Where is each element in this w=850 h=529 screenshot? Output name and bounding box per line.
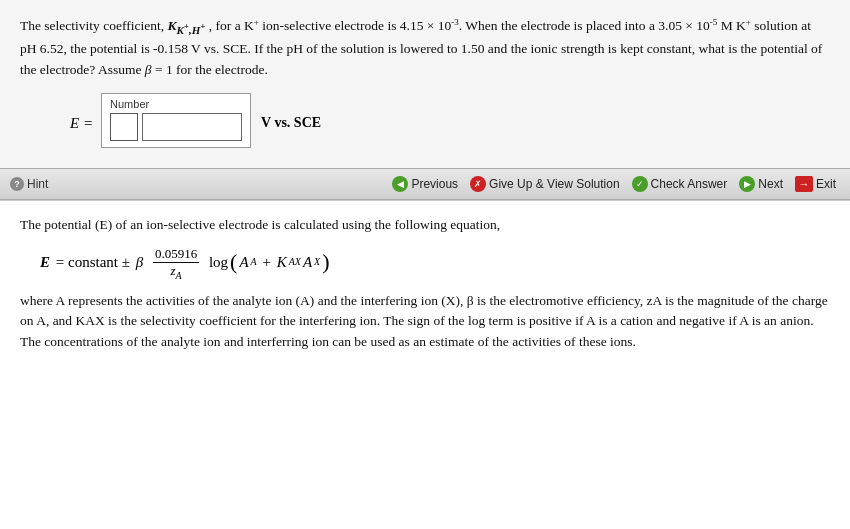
log-text: log [209, 254, 228, 271]
unit-label: V vs. SCE [261, 115, 321, 131]
next-icon: ▶ [739, 176, 755, 192]
answer-input[interactable] [142, 113, 242, 141]
hint-section[interactable]: ? Hint [10, 177, 48, 191]
exit-arrow-icon: → [798, 178, 809, 190]
eq-equals: = constant ± [52, 254, 134, 271]
previous-label: Previous [411, 177, 458, 191]
question-area: The selectivity coefficient, KK+,H+ , fo… [0, 0, 850, 168]
open-paren: ( [230, 251, 237, 273]
hint-text: Hint [27, 177, 48, 191]
question-text: The selectivity coefficient, KK+,H+ , fo… [20, 16, 830, 81]
check-mark-icon: ✓ [636, 179, 644, 189]
equation-line: E = constant ± β 0.05916 zA log ( AA + K… [40, 246, 830, 279]
a-sub-A: A [239, 254, 248, 271]
z-subscript: A [176, 269, 182, 280]
close-paren: ) [322, 251, 329, 273]
input-section: E = Number V vs. SCE [70, 93, 830, 148]
fraction-denominator: zA [168, 263, 183, 279]
check-answer-button[interactable]: ✓ Check Answer [628, 174, 732, 194]
fraction: 0.05916 zA [153, 246, 199, 279]
solution-explanation: where A represents the activities of the… [20, 291, 830, 354]
hint-q-icon: ? [14, 179, 20, 189]
main-container: The selectivity coefficient, KK+,H+ , fo… [0, 0, 850, 529]
beta-symbol: β [136, 254, 143, 271]
exit-label: Exit [816, 177, 836, 191]
e-constant: E [40, 254, 50, 271]
solution-intro: The potential (E) of an ion-selective el… [20, 215, 830, 236]
next-arrow-icon: ▶ [744, 179, 751, 189]
next-label: Next [758, 177, 783, 191]
x-icon: ✗ [474, 179, 482, 189]
give-up-label: Give Up & View Solution [489, 177, 620, 191]
K-AX-symbol: K [277, 254, 287, 271]
checkbox-indicator [110, 113, 138, 141]
toolbar: ? Hint ◀ Previous ✗ Give Up & View Solut… [0, 168, 850, 200]
number-box-wrapper: Number [101, 93, 251, 148]
check-label: Check Answer [651, 177, 728, 191]
exit-icon: → [795, 176, 813, 192]
input-row [110, 113, 242, 141]
number-label: Number [110, 98, 149, 110]
k-subscript: K+,H+ [176, 24, 205, 36]
hint-icon: ? [10, 177, 24, 191]
eq-space2 [203, 254, 207, 271]
eq-space [145, 254, 149, 271]
next-button[interactable]: ▶ Next [735, 174, 787, 194]
prev-arrow-icon: ◀ [397, 179, 404, 189]
give-up-icon: ✗ [470, 176, 486, 192]
A-sub-X: A [303, 254, 312, 271]
solution-area: The potential (E) of an ion-selective el… [0, 200, 850, 529]
previous-button[interactable]: ◀ Previous [388, 174, 462, 194]
e-equals-label: E = [70, 115, 93, 132]
exit-button[interactable]: → Exit [791, 174, 840, 194]
check-icon: ✓ [632, 176, 648, 192]
previous-icon: ◀ [392, 176, 408, 192]
equation-block: E = constant ± β 0.05916 zA log ( AA + K… [40, 246, 830, 279]
give-up-button[interactable]: ✗ Give Up & View Solution [466, 174, 624, 194]
fraction-numerator: 0.05916 [153, 246, 199, 263]
plus-sign: + [259, 254, 275, 271]
